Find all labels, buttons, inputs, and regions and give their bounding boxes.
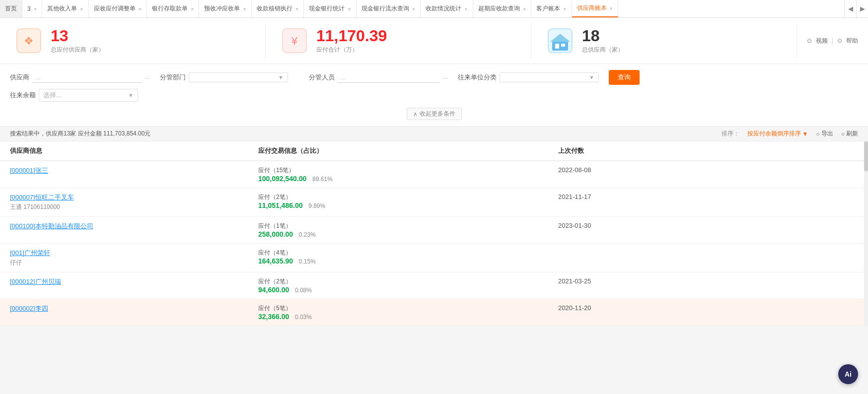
close-icon[interactable]: × [34, 6, 37, 12]
scroll-thumb[interactable] [864, 141, 868, 171]
supplier-link[interactable]: [000002]李四 [10, 304, 258, 313]
chevron-down-icon: ▼ [802, 131, 808, 137]
sort-select[interactable]: 按应付余额倒序排序 ▼ [747, 130, 808, 138]
nav-cash-flow-label: 现金银行流水查询 [362, 4, 409, 13]
close-icon[interactable]: × [139, 6, 142, 12]
tx-amount: 94,600.00 [258, 286, 289, 294]
export-button[interactable]: ○ 导出 [816, 130, 833, 138]
sort-value: 按应付余额倒序排序 [747, 130, 801, 138]
close-icon[interactable]: × [464, 6, 467, 12]
video-link[interactable]: 视频 [816, 37, 828, 45]
nav-other-income-label: 其他收入单 [47, 4, 77, 13]
table-row: [000012]广州贝瑞 应付（2笔） 94,600.00 0.08% 2021… [0, 272, 868, 299]
tx-percent: 0.03% [295, 314, 312, 321]
close-icon[interactable]: × [412, 6, 415, 12]
summary-card-total-amount: ¥ 11,170.39 应付合计（万） [266, 23, 531, 59]
nav-bank[interactable]: 银行存取款单 × [147, 0, 199, 17]
nav-prev-arrow[interactable]: ◀ [844, 0, 856, 18]
balance-select[interactable]: 选择... ▼ [39, 89, 138, 102]
top-navigation: 首页 3 × 其他收入单 × 应收应付调整单 × 银行存取款单 × 预收冲应收单… [0, 0, 868, 18]
person-input[interactable] [338, 72, 439, 83]
refresh-button[interactable]: ○ 刷新 [841, 130, 858, 138]
nav-overdue[interactable]: 超期应收款查询 × [473, 0, 531, 17]
close-icon[interactable]: × [191, 6, 194, 12]
close-icon[interactable]: × [80, 6, 83, 12]
col-header-lastpay: 上次付数 [558, 146, 858, 155]
nav-prepay[interactable]: 预收冲应收单 × [199, 0, 251, 17]
supplier-link[interactable]: [000001]张三 [10, 166, 258, 175]
supplier-filter-label: 供应商 [10, 73, 29, 82]
close-icon[interactable]: × [610, 5, 613, 11]
nav-bank-label: 银行存取款单 [152, 4, 188, 13]
close-icon[interactable]: × [243, 6, 246, 12]
person-more-icon[interactable]: ··· [442, 74, 448, 81]
supplier-more-icon[interactable]: ··· [145, 74, 150, 81]
col-header-supplier: 供应商信息 [10, 146, 258, 155]
chevron-up-icon: ∧ [413, 111, 418, 118]
tx-amount: 32,366.00 [258, 313, 289, 321]
search-button[interactable]: 查询 [609, 70, 640, 85]
chevron-down-icon: ▼ [278, 74, 284, 80]
nav-overdue-label: 超期应收款查询 [478, 4, 520, 13]
tx-percent: 0.08% [295, 287, 312, 294]
nav-supplier-ledger[interactable]: 供应商账本 × [572, 0, 618, 17]
nav-home[interactable]: 首页 [0, 0, 22, 17]
last-pay-cell: 2023-01-30 [558, 222, 858, 229]
top-links: ⊙ 视频 | ⊙ 帮助 [797, 23, 868, 59]
supplier-info-cell: [000007]恒旺二手叉车 王通 17106110000 [10, 193, 258, 211]
last-pay-cell: 2020-11-20 [558, 304, 858, 312]
tx-info-cell: 应付（15笔） 100,092,540.00 89.61% [258, 166, 558, 183]
tx-info-cell: 应付（2笔） 94,600.00 0.08% [258, 277, 558, 294]
supplier-id: [000001]张三 [10, 167, 48, 174]
supplier-input[interactable] [32, 72, 142, 83]
dept-filter-label: 分管部门 [160, 73, 186, 82]
balance-filter-label: 往来余额 [10, 91, 36, 100]
nav-other-income[interactable]: 其他收入单 × [42, 0, 88, 17]
nav-customer-ledger-label: 客户账本 [536, 4, 560, 13]
supplier-link[interactable]: [000100]本特勤油品有限公司 [10, 222, 258, 231]
filter-row-2: 往来余额 选择... ▼ [10, 89, 858, 102]
supplier-link[interactable]: [001]广州荣轩 [10, 249, 258, 258]
category-filter-group: 往来单位分类 ▼ [458, 72, 599, 82]
tx-percent: 9.89% [308, 202, 325, 209]
nav-adjust[interactable]: 应收应付调整单 × [89, 0, 147, 17]
nav-verify[interactable]: 收款核销执行 × [252, 0, 304, 17]
tx-amount: 11,051,486.00 [258, 201, 303, 209]
chevron-down-icon: ▼ [589, 74, 594, 80]
nav-3-label: 3 [27, 5, 31, 12]
nav-next-arrow[interactable]: ▶ [856, 0, 868, 18]
nav-customer-ledger[interactable]: 客户账本 × [531, 0, 572, 17]
supplier-link[interactable]: [000007]恒旺二手叉车 [10, 193, 258, 202]
ai-badge[interactable]: Ai [838, 364, 858, 384]
nav-cash-flow[interactable]: 现金银行流水查询 × [357, 0, 421, 17]
tx-info-cell: 应付（4笔） 164,635.90 0.15% [258, 249, 558, 265]
nav-3[interactable]: 3 × [22, 0, 42, 17]
tx-amount: 100,092,540.00 [258, 175, 306, 183]
close-icon[interactable]: × [295, 6, 298, 12]
collapse-button[interactable]: ∧ 收起更多条件 [407, 108, 462, 120]
dept-filter-group: 分管部门 ▼ [160, 72, 299, 82]
store-icon [546, 27, 574, 55]
card3-text: 18 总供应商（家） [582, 27, 624, 54]
category-select[interactable]: ▼ [500, 72, 599, 82]
last-pay-cell: 2021-03-25 [558, 277, 858, 285]
tx-label: 应付（15笔） [258, 166, 558, 175]
tx-info-cell: 应付（1笔） 258,000.00 0.23% [258, 222, 558, 238]
table-header: 供应商信息 应付交易信息（占比） 上次付数 [0, 141, 868, 161]
tx-label: 应付（1笔） [258, 222, 558, 230]
supplier-link[interactable]: [000012]广州贝瑞 [10, 277, 258, 286]
svg-rect-6 [555, 44, 559, 49]
close-icon[interactable]: × [348, 6, 351, 12]
nav-cash-stat[interactable]: 现金银行统计 × [304, 0, 356, 17]
nav-receive-stat[interactable]: 收款情况统计 × [421, 0, 473, 17]
nav-cash-stat-label: 现金银行统计 [309, 4, 345, 13]
balance-select-value: 选择... [43, 91, 62, 100]
scroll-bar[interactable] [864, 141, 868, 326]
dept-select[interactable]: ▼ [189, 72, 288, 82]
help-link[interactable]: 帮助 [846, 37, 858, 45]
close-icon[interactable]: × [563, 6, 566, 12]
tx-percent: 0.15% [299, 258, 316, 265]
col-header-tx: 应付交易信息（占比） [258, 146, 558, 155]
close-icon[interactable]: × [523, 6, 526, 12]
table-row: [000100]本特勤油品有限公司 应付（1笔） 258,000.00 0.23… [0, 217, 868, 244]
